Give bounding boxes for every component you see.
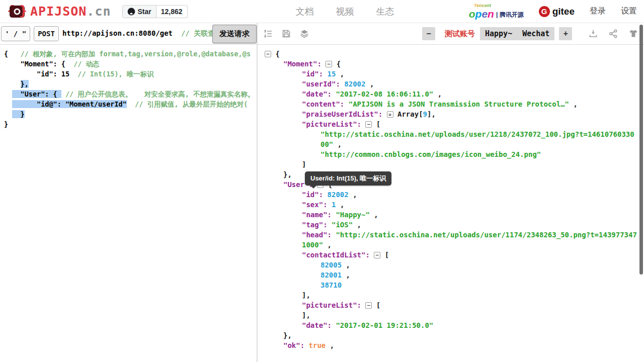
json-key: "id": [302,70,328,78]
url-comment: // 关联查询 ( [173,29,212,37]
collapse-toggle-icon[interactable]: − [365,302,372,309]
account-tabs: − 测试账号 Happy~ Wechat + [422,27,572,40]
json-number: 38710 [320,281,342,289]
login-link[interactable]: 登录 [590,6,606,17]
main-nav: 文档 视频 生态 [296,6,394,18]
tab-happy[interactable]: Happy~ [480,27,517,40]
json-number: 9 [423,110,427,118]
collapse-toggle-icon[interactable]: − [326,61,332,67]
download-icon[interactable] [589,29,598,38]
request-toolbar: ' / " POST http://apijson.cn:8080/get //… [0,23,257,45]
collapse-toggle-icon[interactable]: − [265,51,271,57]
json-line: "date": "2017-02-08 16:06:11.0" , [258,89,637,99]
tencent-open-suffix: | 腾讯开源 [496,11,524,19]
nav-item-docs[interactable]: 文档 [296,6,314,18]
json-boolean: true [309,341,326,349]
star-count[interactable]: 12,862 [156,5,188,18]
json-number: 82001 [320,271,342,279]
tab-test-account[interactable]: 测试账号 [440,27,480,40]
code-text: "id@": "Moment/userId" [12,100,127,108]
code-text [4,110,12,118]
save-icon[interactable] [282,29,291,38]
json-key: "date": [302,321,336,329]
response-toolbar: − 测试账号 Happy~ Wechat + [258,23,644,45]
json-number: 82002 [328,191,349,199]
app-header: { } APIJSON.cn Star 12,862 文档 视频 生态 Tenc… [0,0,644,23]
editor-line: "id@": "Moment/userId" // 引用赋值, 从最外层开始的绝… [4,99,257,109]
json-line: "ok": true , [258,340,637,350]
editor-line: "User": { // 用户公开信息表。 对安全要求高, 不想泄漏真实名称。 [4,89,257,99]
send-request-button[interactable]: 发送请求 [212,25,257,43]
response-scrollbar[interactable] [639,25,643,275]
json-punctuation: Array[ [393,110,423,118]
request-editor[interactable]: { // 根对象, 可在内部加 format,tag,version,@role… [0,45,257,362]
collapse-toggle-icon[interactable]: − [365,121,372,128]
json-line: "praiseUserIdList": + Array[9], [258,109,637,119]
json-punctuation: }, [283,170,292,178]
code-text [4,80,21,88]
tencent-open-logo[interactable]: Tencent open | 腾讯开源 [469,3,524,20]
json-punctuation: , [336,70,344,78]
add-account-button[interactable]: + [559,27,572,40]
json-string: "iOS" [332,221,353,229]
json-punctuation: , [336,201,344,209]
star-label: Star [138,8,151,16]
json-line: "content": "APIJSON is a JSON Transmissi… [258,99,637,109]
json-punctuation: , [365,80,374,88]
gitee-wordmark: gitee [552,6,575,17]
json-line: − { [258,49,637,59]
layers-icon[interactable] [300,29,309,38]
theme-shirt-icon[interactable] [629,29,638,38]
nav-item-videos[interactable]: 视频 [336,6,354,18]
share-icon[interactable] [609,29,618,38]
code-text [4,90,12,98]
quote-toggle-button[interactable]: ' / " [1,26,30,41]
expand-toggle-icon[interactable]: + [387,111,393,118]
github-star-widget[interactable]: Star 12,862 [122,5,188,18]
code-text [127,100,135,108]
response-body[interactable]: User/id: Int(15), 唯一标识 − {"Moment": − {"… [258,45,644,362]
json-punctuation: , [333,140,342,148]
json-line: "id": 82002 , [258,190,637,200]
method-button[interactable]: POST [34,26,59,41]
collapse-toggle-icon[interactable]: − [374,252,380,258]
json-key: "name": [302,211,336,219]
json-punctuation: , [370,211,378,219]
json-string: "http://static.oschina.net/uploads/user/… [320,130,634,148]
json-key: "tag": [302,221,332,229]
json-key: "content": [302,100,349,108]
github-star-button[interactable]: Star [122,5,156,18]
json-key: "praiseUserIdList": [302,110,387,118]
json-number: 82002 [344,80,365,88]
code-comment: // 动态 [73,60,99,68]
json-key: "pictureList": [302,301,365,309]
json-key: "id": [302,191,328,199]
code-text: "User": { [12,90,61,98]
json-key: "pictureList": [302,120,365,128]
tab-wechat[interactable]: Wechat [517,27,554,40]
json-key: "date": [302,90,336,98]
gitee-logo[interactable]: G gitee [539,6,575,17]
json-punctuation: { [332,60,341,68]
code-comment: // 引用赋值, 从最外层开始的绝对( [135,100,248,108]
json-line: "date": "2017-02-01 19:21:50.0" [258,320,637,330]
json-punctuation: { [271,50,280,58]
json-key: "contactIdList": [302,251,374,259]
format-lines-icon[interactable] [264,29,273,38]
json-punctuation: [ [372,301,380,309]
nav-item-ecosystem[interactable]: 生态 [376,6,394,18]
json-punctuation: [ [372,120,380,128]
code-text: } [12,110,24,118]
url-input[interactable]: http://apijson.cn:8080/get // 关联查询 ( [62,29,212,38]
json-punctuation: }, [283,331,292,339]
settings-link[interactable]: 设置 [621,6,637,17]
json-string: "http://common.cnblogs.com/images/icon_w… [320,150,541,158]
json-string: "http://static.oschina.net/uploads/user/… [302,231,637,249]
code-text: "id": 15 [4,70,77,78]
json-punctuation: ], [302,291,310,299]
remove-account-button[interactable]: − [422,27,435,40]
apijson-logo[interactable]: { } APIJSON.cn [7,4,111,19]
json-punctuation: , [349,191,357,199]
json-line: 82005 , [258,260,637,270]
json-string: "2017-02-01 19:21:50.0" [336,321,433,329]
